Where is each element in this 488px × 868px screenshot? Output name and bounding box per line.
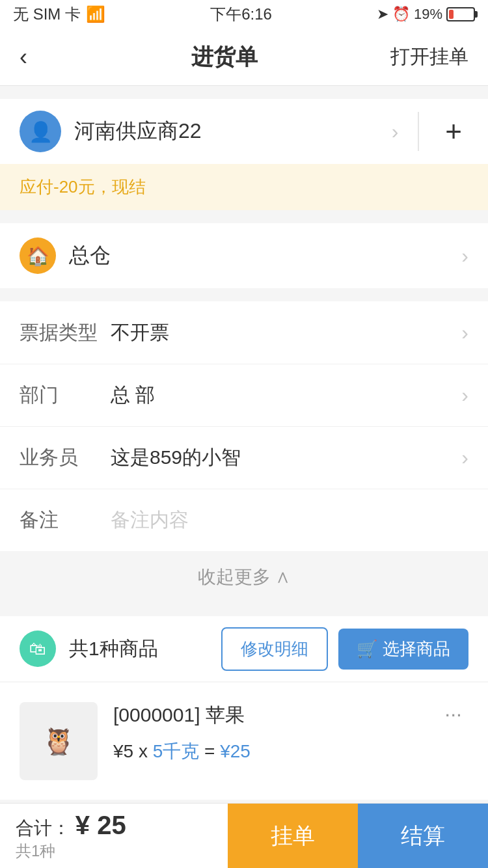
collapse-label: 收起更多 ∧ xyxy=(198,565,291,590)
select-product-icon: 🛒 xyxy=(357,639,377,659)
supplier-row[interactable]: 👤 河南供应商22 › + xyxy=(0,99,488,164)
invoice-label: 票据类型 xyxy=(20,319,98,346)
product-code: [0000001] xyxy=(113,704,206,726)
total-amount: ¥ 25 xyxy=(75,811,126,839)
supplier-chevron-icon: › xyxy=(392,120,399,144)
sales-chevron-icon: › xyxy=(461,446,468,470)
warehouse-row[interactable]: 🏠 总仓 › xyxy=(0,223,488,288)
section-gap-1 xyxy=(0,86,488,99)
total-section: 合计： ¥ 25 共1种 xyxy=(0,804,228,868)
battery-fill xyxy=(449,10,454,19)
invoice-row[interactable]: 票据类型 不开票 › xyxy=(0,301,488,364)
warehouse-name: 总仓 xyxy=(69,241,461,270)
product-price: ¥5 x 5千克 = ¥25 xyxy=(113,739,438,764)
carrier-label: 无 SIM 卡 xyxy=(13,4,81,25)
remark-row[interactable]: 备注 备注内容 xyxy=(0,489,488,551)
page-title: 进货单 xyxy=(191,42,258,72)
time-label: 下午6:16 xyxy=(210,4,272,25)
select-product-button[interactable]: 🛒 选择商品 xyxy=(338,629,468,670)
checkout-button[interactable]: 结算 xyxy=(358,804,488,868)
warehouse-section: 🏠 总仓 › xyxy=(0,223,488,288)
products-count: 共1种商品 xyxy=(69,636,221,662)
sales-label: 业务员 xyxy=(20,444,98,471)
product-more-button[interactable]: ··· xyxy=(438,702,468,726)
supplier-avatar: 👤 xyxy=(20,111,61,152)
battery-icon xyxy=(446,7,475,21)
supplier-name: 河南供应商22 xyxy=(74,117,392,146)
warehouse-icon: 🏠 xyxy=(20,237,56,274)
open-pending-button[interactable]: 打开挂单 xyxy=(390,44,468,70)
dept-value: 总 部 xyxy=(111,382,461,409)
bottom-bar: 合计： ¥ 25 共1种 挂单 结算 xyxy=(0,803,488,868)
product-title: 苹果 xyxy=(206,704,245,726)
nav-bar: ‹ 进货单 打开挂单 xyxy=(0,29,488,86)
status-bar: 无 SIM 卡 📶 下午6:16 ➤ ⏰ 19% xyxy=(0,0,488,29)
dept-row[interactable]: 部门 总 部 › xyxy=(0,364,488,426)
product-qty: 5千克 xyxy=(153,741,200,761)
section-gap-2 xyxy=(0,210,488,223)
house-icon: 🏠 xyxy=(27,245,49,267)
info-banner: 应付-20元，现结 xyxy=(0,164,488,210)
avatar-icon: 👤 xyxy=(29,120,53,143)
product-equals: = xyxy=(199,741,220,761)
pending-button[interactable]: 挂单 xyxy=(228,804,358,868)
total-count: 共1种 xyxy=(16,841,212,861)
warehouse-chevron-icon: › xyxy=(461,244,468,268)
sales-value: 这是859的小智 xyxy=(111,444,461,471)
form-section: 票据类型 不开票 › 部门 总 部 › 业务员 这是859的小智 › 备注 备注… xyxy=(0,301,488,551)
divider xyxy=(418,112,419,151)
total-label: 合计： xyxy=(16,818,70,838)
supplier-section: 👤 河南供应商22 › + 应付-20元，现结 xyxy=(0,99,488,210)
section-gap-4 xyxy=(0,603,488,616)
dept-label: 部门 xyxy=(20,382,98,409)
products-header: 🛍 共1种商品 修改明细 🛒 选择商品 xyxy=(0,616,488,681)
remark-input[interactable]: 备注内容 xyxy=(111,507,468,534)
select-product-label: 选择商品 xyxy=(383,638,450,660)
collapse-button[interactable]: 收起更多 ∧ xyxy=(0,551,488,603)
cart-icon: 🛍 xyxy=(29,639,46,659)
add-supplier-button[interactable]: + xyxy=(439,115,468,148)
alarm-icon: ⏰ xyxy=(392,6,410,23)
product-info: [0000001] 苹果 ¥5 x 5千克 = ¥25 xyxy=(113,702,438,764)
status-bar-left: 无 SIM 卡 📶 xyxy=(13,4,105,25)
sales-row[interactable]: 业务员 这是859的小智 › xyxy=(0,426,488,489)
dept-chevron-icon: › xyxy=(461,383,468,407)
back-button[interactable]: ‹ xyxy=(20,44,59,71)
remark-label: 备注 xyxy=(20,507,98,534)
edit-detail-button[interactable]: 修改明细 xyxy=(221,627,328,671)
battery-label: 19% xyxy=(414,6,442,23)
location-icon: ➤ xyxy=(377,6,388,23)
total-row: 合计： ¥ 25 xyxy=(16,811,212,841)
invoice-chevron-icon: › xyxy=(461,321,468,345)
wifi-icon: 📶 xyxy=(86,5,105,23)
product-owl-icon: 🦉 xyxy=(42,726,75,757)
invoice-value: 不开票 xyxy=(111,319,461,346)
product-unit-price: ¥5 x xyxy=(113,741,153,761)
product-name: [0000001] 苹果 xyxy=(113,702,438,729)
product-thumbnail: 🦉 xyxy=(20,702,98,780)
products-icon: 🛍 xyxy=(20,631,56,667)
product-total: ¥25 xyxy=(220,741,251,761)
status-bar-right: ➤ ⏰ 19% xyxy=(377,6,475,23)
product-item: 🦉 [0000001] 苹果 ¥5 x 5千克 = ¥25 ··· xyxy=(0,683,488,800)
section-gap-3 xyxy=(0,288,488,301)
